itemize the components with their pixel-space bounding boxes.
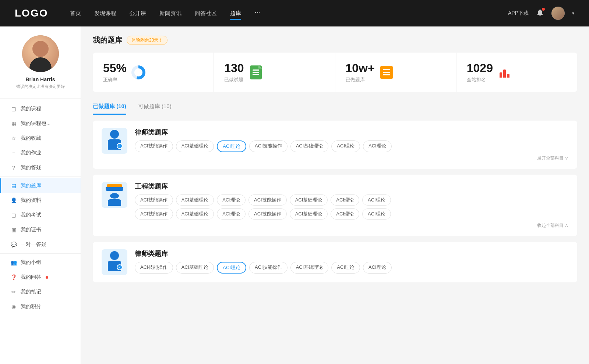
tag-item[interactable]: ACI技能操作 <box>135 262 173 274</box>
stat-accuracy: 55% 正确率 <box>93 53 214 92</box>
bank-card-lawyer: ✓ 律师类题库 ACI技能操作 ACI基础理论 ACI理论 ACI技能操作 AC… <box>93 121 577 169</box>
bank-name-engineer: 工程类题库 <box>135 182 568 191</box>
tag-item-selected[interactable]: ACI理论 <box>217 140 246 152</box>
tag-item[interactable]: ACI理论 <box>331 262 360 274</box>
lawyer-person-icon2: ✓ <box>105 251 124 273</box>
engineer-head <box>110 193 119 199</box>
profile-motto: 错误的决定比没有决定要好 <box>16 84 65 89</box>
nav-open-course[interactable]: 公开课 <box>130 8 146 18</box>
done-questions-label: 已做试题 <box>224 76 244 83</box>
tag-item[interactable]: ACI理论 <box>331 208 359 220</box>
profile-name: Brian Harris <box>25 76 55 82</box>
sidebar-item-my-questions[interactable]: ❓ 我的问答 <box>0 270 81 285</box>
tag-item[interactable]: ACI基础理论 <box>176 140 214 152</box>
engineer-hat <box>107 184 122 188</box>
expand-link-lawyer[interactable]: 展开全部科目 ∨ <box>135 155 568 161</box>
sidebar-item-homework[interactable]: ≡ 我的作业 <box>0 146 81 160</box>
nav-home[interactable]: 首页 <box>70 8 81 18</box>
sidebar-item-course[interactable]: ▢ 我的课程 <box>0 101 81 116</box>
tag-item[interactable]: ACI技能操作 <box>249 140 288 152</box>
lawyer-person-icon: ✓ <box>105 130 124 152</box>
tag-item[interactable]: ACI理论 <box>362 195 391 206</box>
bell-notification-dot <box>542 8 545 11</box>
nav-items: 首页 发现课程 公开课 新闻资讯 问答社区 题库 ··· <box>70 8 493 18</box>
group-icon: 👥 <box>10 260 17 265</box>
trial-badge: 体验剩余23天！ <box>127 36 167 45</box>
profile-data-icon: 👤 <box>10 197 17 203</box>
sidebar-item-favorites[interactable]: ☆ 我的收藏 <box>0 131 81 146</box>
collapse-link-engineer[interactable]: 收起全部科目 ∧ <box>135 222 568 229</box>
tag-item[interactable]: ACI理论 <box>363 262 392 274</box>
bank-name-lawyer: 律师类题库 <box>135 128 568 137</box>
list-icon-wrap <box>379 65 394 80</box>
sidebar-item-tutor[interactable]: 💬 一对一答疑 <box>0 237 81 252</box>
sidebar-item-qa[interactable]: ? 我的答疑 <box>0 160 81 175</box>
tag-item[interactable]: ACI技能操作 <box>249 262 288 274</box>
user-avatar[interactable] <box>551 7 565 20</box>
avatar-image <box>551 7 565 20</box>
tab-done-banks[interactable]: 已做题库 (10) <box>93 99 126 115</box>
nav-qa[interactable]: 问答社区 <box>195 8 217 18</box>
accuracy-value: 55% <box>103 61 127 75</box>
sidebar-item-question-bank[interactable]: ▤ 我的题库 <box>0 178 81 193</box>
done-questions-value: 130 <box>224 61 244 75</box>
qa-icon: ? <box>10 165 17 171</box>
bank-tags-lawyer2: ACI技能操作 ACI基础理论 ACI理论 ACI技能操作 ACI基础理论 AC… <box>135 262 568 274</box>
tag-item[interactable]: ACI基础理论 <box>290 195 328 206</box>
person-check-icon2: ✓ <box>117 264 123 270</box>
person-head2 <box>110 251 119 260</box>
sidebar-item-exam[interactable]: ▢ 我的考试 <box>0 208 81 222</box>
sidebar-item-notes[interactable]: ✏ 我的笔记 <box>0 285 81 299</box>
exam-icon: ▢ <box>10 212 17 218</box>
tag-item[interactable]: ACI技能操作 <box>248 195 287 206</box>
tag-item[interactable]: ACI理论 <box>363 140 392 152</box>
nav-discover[interactable]: 发现课程 <box>94 8 116 18</box>
sidebar-item-certificate[interactable]: ▣ 我的证书 <box>0 222 81 237</box>
person-check-icon: ✓ <box>117 143 123 149</box>
sidebar-menu: ▢ 我的课程 ▦ 我的课程包... ☆ 我的收藏 ≡ 我的作业 ? 我的答疑 ▤ <box>0 101 81 314</box>
user-menu-chevron[interactable]: ▾ <box>572 11 574 16</box>
sidebar-item-profile-data[interactable]: 👤 我的资料 <box>0 193 81 208</box>
nav-question-bank[interactable]: 题库 <box>230 8 241 18</box>
bell-icon[interactable] <box>536 8 544 18</box>
certificate-icon: ▣ <box>10 227 17 233</box>
tag-item[interactable]: ACI理论 <box>331 140 360 152</box>
nav-right: APP下载 ▾ <box>508 7 574 20</box>
tag-item[interactable]: ACI技能操作 <box>248 208 287 220</box>
bank-icon-lawyer: ✓ <box>102 128 127 154</box>
profile-avatar <box>22 35 59 72</box>
tag-item[interactable]: ACI技能操作 <box>135 140 173 152</box>
sidebar-item-group[interactable]: 👥 我的小组 <box>0 255 81 270</box>
tag-item[interactable]: ACI基础理论 <box>290 208 328 220</box>
done-banks-value: 10w+ <box>346 61 375 75</box>
tag-item[interactable]: ACI技能操作 <box>135 208 173 220</box>
bank-tags-engineer-row1: ACI技能操作 ACI基础理论 ACI理论 ACI技能操作 ACI基础理论 AC… <box>135 195 568 206</box>
nav-news[interactable]: 新闻资讯 <box>159 8 181 18</box>
tag-item[interactable]: ACI基础理论 <box>176 195 214 206</box>
tab-available-banks[interactable]: 可做题库 (10) <box>138 99 172 115</box>
tag-item[interactable]: ACI技能操作 <box>135 195 173 206</box>
tabs-row: 已做题库 (10) 可做题库 (10) <box>93 99 577 115</box>
favorites-icon: ☆ <box>10 135 17 141</box>
stats-row: 55% 正确率 130 已做试题 <box>93 53 577 92</box>
tag-item[interactable]: ACI理论 <box>362 208 391 220</box>
tag-item[interactable]: ACI基础理论 <box>176 262 214 274</box>
tag-item[interactable]: ACI基础理论 <box>176 208 214 220</box>
tag-item-selected[interactable]: ACI理论 <box>217 262 246 274</box>
sidebar-item-course-pack[interactable]: ▦ 我的课程包... <box>0 116 81 131</box>
pie-chart-icon <box>131 65 145 79</box>
sidebar-divider-1 <box>0 176 81 177</box>
bank-icon-lawyer2: ✓ <box>102 249 127 275</box>
nav-more[interactable]: ··· <box>254 8 260 18</box>
tag-item[interactable]: ACI理论 <box>331 195 359 206</box>
tag-item[interactable]: ACI理论 <box>217 208 246 220</box>
navbar: LOGO 首页 发现课程 公开课 新闻资讯 问答社区 题库 ··· APP下载 … <box>0 0 589 26</box>
nav-app-download[interactable]: APP下载 <box>508 10 529 17</box>
avatar-image <box>22 35 59 72</box>
tag-item[interactable]: ACI基础理论 <box>290 140 329 152</box>
tag-item[interactable]: ACI基础理论 <box>290 262 329 274</box>
sidebar-item-points[interactable]: ◉ 我的积分 <box>0 299 81 314</box>
tag-item[interactable]: ACI理论 <box>217 195 246 206</box>
bar-chart-icon <box>498 66 511 79</box>
person-body: ✓ <box>108 139 121 150</box>
